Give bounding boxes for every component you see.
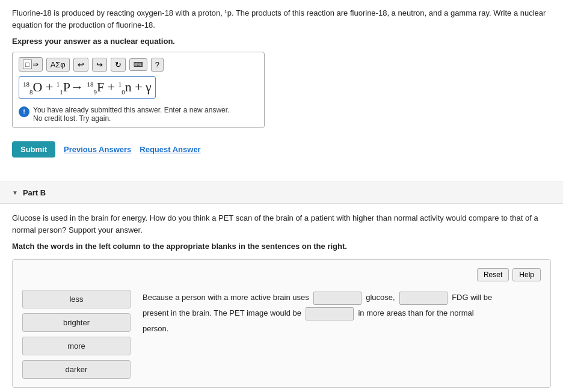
right-column: Because a person with a more active brai… — [143, 290, 541, 337]
reset-button[interactable]: Reset — [477, 268, 509, 281]
part-b-body: Glucose is used in the brain for energy.… — [0, 204, 563, 392]
undo-btn[interactable]: ↩ — [73, 58, 88, 72]
equation-display[interactable]: 188O + 11P→ 189F + 10n + γ — [19, 76, 156, 99]
warning-main-text: You have already submitted this answer. … — [33, 106, 229, 114]
sentence-mid1-text: glucose, — [366, 293, 395, 302]
request-answer-button[interactable]: Request Answer — [140, 145, 200, 154]
warning-text-block: You have already submitted this answer. … — [33, 106, 229, 123]
match-label: Match the words in the left column to th… — [12, 242, 551, 251]
word-brighter[interactable]: brighter — [22, 313, 131, 332]
previous-answers-button[interactable]: Previous Answers — [64, 145, 131, 154]
part-b-header: ▼ Part B — [0, 182, 563, 204]
part-b-title: Part B — [23, 188, 46, 197]
blank-1[interactable] — [313, 292, 361, 305]
word-darker[interactable]: darker — [22, 360, 131, 379]
submit-button[interactable]: Submit — [12, 141, 55, 158]
keyboard-btn[interactable]: ⌨ — [129, 58, 147, 71]
answer-label: Express your answer as a nuclear equatio… — [12, 37, 551, 46]
sentence-part1-text: Because a person with a more active brai… — [143, 293, 309, 302]
redo-btn[interactable]: ↪ — [92, 58, 107, 72]
sentence-2: present in the brain. The PET image woul… — [143, 305, 541, 321]
match-top-buttons: Reset Help — [22, 268, 541, 281]
help-button[interactable]: Help — [512, 268, 541, 281]
equation-toolbar: □ ⇒ ΑΣφ ↩ ↪ ↻ ⌨ ? — [19, 57, 258, 72]
part-b-description: Glucose is used in the brain for energy.… — [12, 212, 551, 236]
blank-3[interactable] — [306, 307, 354, 320]
equation-input-box[interactable]: □ ⇒ ΑΣφ ↩ ↪ ↻ ⌨ ? 188O + 11P→ 189F + 10n… — [12, 52, 265, 128]
input-toolbar-icon[interactable]: □ ⇒ — [19, 57, 43, 72]
part-b-triangle-icon: ▼ — [12, 189, 18, 196]
match-container: Reset Help less brighter more darker Bec… — [12, 259, 551, 388]
word-more[interactable]: more — [22, 337, 131, 355]
warning-sub-text: No credit lost. Try again. — [33, 114, 111, 123]
word-less[interactable]: less — [22, 290, 131, 308]
refresh-btn[interactable]: ↻ — [111, 58, 126, 72]
sentence-mid2-text: FDG will be — [452, 293, 492, 302]
problem-text: Fluorine-18 is produced by reacting oxyg… — [12, 7, 551, 31]
sentence-3: person. — [143, 321, 541, 337]
match-columns: less brighter more darker Because a pers… — [22, 290, 541, 379]
sentence-end-text: person. — [143, 324, 168, 333]
submit-row: Submit Previous Answers Request Answer — [12, 141, 551, 158]
left-column: less brighter more darker — [22, 290, 131, 379]
blank-2[interactable] — [399, 292, 448, 305]
warning-icon: ! — [19, 106, 29, 117]
sentence-mid3-text: in more areas than for the normal — [358, 308, 473, 317]
help-toolbar-btn[interactable]: ? — [151, 58, 164, 72]
sentence-1: Because a person with a more active brai… — [143, 290, 541, 305]
warning-box: ! You have already submitted this answer… — [19, 106, 258, 123]
sentence-part2-text: present in the brain. The PET image woul… — [143, 308, 301, 317]
symbol-btn[interactable]: ΑΣφ — [46, 58, 70, 72]
